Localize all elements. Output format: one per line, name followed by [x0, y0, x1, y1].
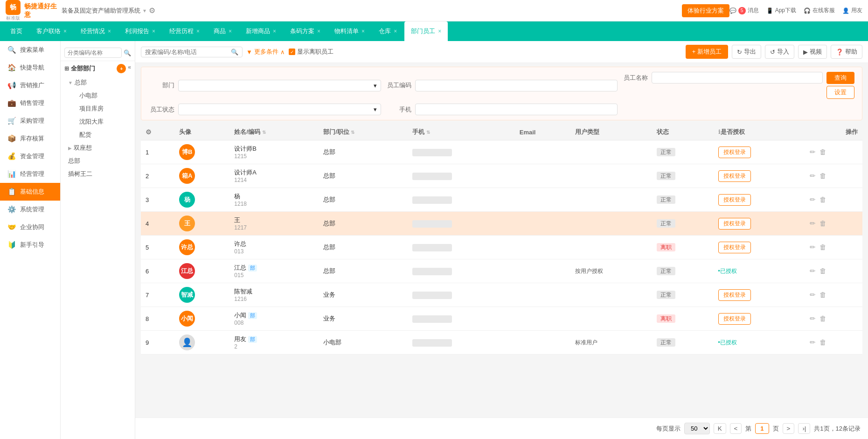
delete-icon[interactable]: 🗑 [819, 267, 826, 275]
emp-name-input[interactable] [652, 72, 823, 84]
close-tab-icon[interactable]: × [152, 28, 155, 35]
auth-login-button[interactable]: 授权登录 [718, 242, 751, 253]
help-button[interactable]: ❓ 帮助 [831, 45, 862, 59]
delete-icon[interactable]: 🗑 [819, 291, 826, 299]
auth-login-button[interactable]: 授权登录 [718, 146, 751, 158]
nav-tab-首页[interactable]: 首页 [4, 21, 29, 41]
sidebar-item-operation[interactable]: 📊经营管理 [0, 165, 60, 183]
app-download-item[interactable]: 📱 App下载 [766, 7, 796, 14]
close-tab-icon[interactable]: × [361, 28, 365, 35]
edit-icon[interactable]: ✏ [810, 195, 816, 204]
close-tab-icon[interactable]: × [394, 28, 397, 35]
tree-node-shuangzuoxiang[interactable]: ▶ 双座想 [61, 141, 135, 154]
first-page-button[interactable]: K [714, 423, 726, 434]
delete-icon[interactable]: 🗑 [819, 243, 826, 251]
nav-tab-物料清单[interactable]: 物料清单× [328, 21, 371, 41]
view-button[interactable]: ▶ 视频 [798, 45, 827, 59]
dept-select[interactable]: ▾ [178, 80, 381, 91]
nav-tab-新增商品[interactable]: 新增商品× [239, 21, 283, 41]
delete-icon[interactable]: 🗑 [819, 172, 826, 180]
name-sort-icon[interactable]: ⇅ [262, 130, 266, 135]
phone-input[interactable] [415, 104, 618, 115]
auth-login-button[interactable]: 授权登录 [718, 218, 751, 230]
export-button[interactable]: ↻ 导出 [732, 45, 761, 59]
edit-icon[interactable]: ✏ [810, 219, 816, 228]
last-page-button[interactable]: ›| [798, 423, 810, 434]
message-item[interactable]: 💬 5 消息 [729, 7, 759, 14]
sidebar-item-finance[interactable]: 💰资金管理 [0, 147, 60, 165]
nav-tab-利润报告[interactable]: 利润报告× [118, 21, 162, 41]
prev-page-button[interactable]: < [730, 423, 742, 434]
sidebar-item-guide[interactable]: 🔰新手引导 [0, 236, 60, 254]
sidebar-item-system[interactable]: ⚙️系统管理 [0, 201, 60, 218]
sidebar-item-quick[interactable]: 🏠快捷导航 [0, 59, 60, 77]
import-button[interactable]: ↺ 导入 [765, 45, 794, 59]
edit-icon[interactable]: ✏ [810, 267, 816, 275]
auth-login-button[interactable]: 授权登录 [718, 194, 751, 206]
tree-node-xiangmukufang[interactable]: 项目库房 [72, 102, 135, 115]
tree-node-chashuwanger[interactable]: 插树王二 [61, 167, 135, 181]
nav-tab-部门员工[interactable]: 部门员工× [404, 21, 448, 41]
close-tab-icon[interactable]: × [229, 28, 232, 35]
close-tab-icon[interactable]: × [63, 28, 67, 35]
delete-icon[interactable]: 🗑 [819, 195, 826, 204]
per-page-select[interactable]: 50 20 100 [684, 423, 710, 434]
close-tab-icon[interactable]: × [438, 28, 441, 35]
sidebar-item-purchase[interactable]: 🛒采购管理 [0, 112, 60, 130]
next-page-button[interactable]: > [783, 423, 795, 434]
dept-add-icon[interactable]: + [117, 64, 126, 73]
tree-node-zongbu2[interactable]: 总部 [61, 154, 135, 167]
auth-login-button[interactable]: 授权登录 [718, 289, 751, 301]
delete-icon[interactable]: 🗑 [819, 338, 826, 347]
close-tab-icon[interactable]: × [317, 28, 320, 35]
dropdown-arrow-icon[interactable]: ▾ [143, 7, 146, 14]
tree-node-shenyangdaku[interactable]: 沈阳大库 [72, 115, 135, 128]
close-tab-icon[interactable]: × [196, 28, 200, 35]
tree-node-peihuo[interactable]: 配货 [72, 128, 135, 141]
sidebar-item-inventory[interactable]: 📦库存核算 [0, 130, 60, 147]
filter-btn[interactable]: ▼ 更多条件 ∧ [246, 48, 285, 56]
close-tab-icon[interactable]: × [273, 28, 276, 35]
online-service-item[interactable]: 🎧 在线客服 [804, 7, 835, 14]
trial-button[interactable]: 体验行业方案 [682, 4, 729, 17]
nav-tab-条码方案[interactable]: 条码方案× [284, 21, 327, 41]
search-button[interactable]: 查询 [826, 72, 854, 84]
info-icon[interactable]: ℹ [718, 129, 721, 135]
set-button[interactable]: 设置 [826, 86, 854, 99]
status-select[interactable]: ▾ [178, 104, 381, 115]
auth-login-button[interactable]: 授权登录 [718, 313, 751, 325]
sidebar-item-search[interactable]: 🔍搜索菜单 [0, 41, 60, 59]
nav-tab-仓库[interactable]: 仓库× [372, 21, 403, 41]
sidebar-item-basic[interactable]: 📋基础信息 [0, 183, 60, 201]
nav-tab-商品[interactable]: 商品× [207, 21, 238, 41]
delete-icon[interactable]: 🗑 [819, 219, 826, 228]
show-inactive-wrap[interactable]: ✓ 显示离职员工 [289, 48, 333, 56]
emp-code-input[interactable] [415, 80, 618, 91]
nav-tab-经营历程[interactable]: 经营历程× [163, 21, 206, 41]
col-settings-icon[interactable]: ⚙ [146, 128, 152, 136]
settings-icon[interactable]: ⚙ [149, 6, 155, 15]
edit-icon[interactable]: ✏ [810, 314, 816, 323]
tree-node-zongbu[interactable]: ▼ 总部 [61, 76, 135, 89]
search-input[interactable] [145, 49, 229, 56]
edit-icon[interactable]: ✏ [810, 291, 816, 299]
tree-node-xiaodibu[interactable]: 小电部 [72, 89, 135, 102]
close-tab-icon[interactable]: × [108, 28, 111, 35]
sidebar-item-marketing[interactable]: 📢营销推广 [0, 77, 60, 94]
sidebar-item-corp[interactable]: 🤝企业协同 [0, 218, 60, 236]
nav-tab-经营情况[interactable]: 经营情况× [74, 21, 118, 41]
phone-sort-icon[interactable]: ⇅ [426, 130, 430, 135]
show-inactive-checkbox[interactable]: ✓ [289, 49, 295, 55]
dept-search-input[interactable] [64, 48, 122, 58]
edit-icon[interactable]: ✏ [810, 243, 816, 251]
nav-tab-客户联络[interactable]: 客户联络× [30, 21, 73, 41]
dept-sort-icon[interactable]: ⇅ [351, 130, 354, 135]
add-employee-button[interactable]: + 新增员工 [686, 45, 728, 59]
dept-collapse-icon[interactable]: « [128, 64, 131, 73]
edit-icon[interactable]: ✏ [810, 172, 816, 180]
delete-icon[interactable]: 🗑 [819, 148, 826, 156]
edit-icon[interactable]: ✏ [810, 338, 816, 347]
sidebar-item-sales[interactable]: 💼销售管理 [0, 94, 60, 112]
edit-icon[interactable]: ✏ [810, 148, 816, 156]
delete-icon[interactable]: 🗑 [819, 314, 826, 323]
